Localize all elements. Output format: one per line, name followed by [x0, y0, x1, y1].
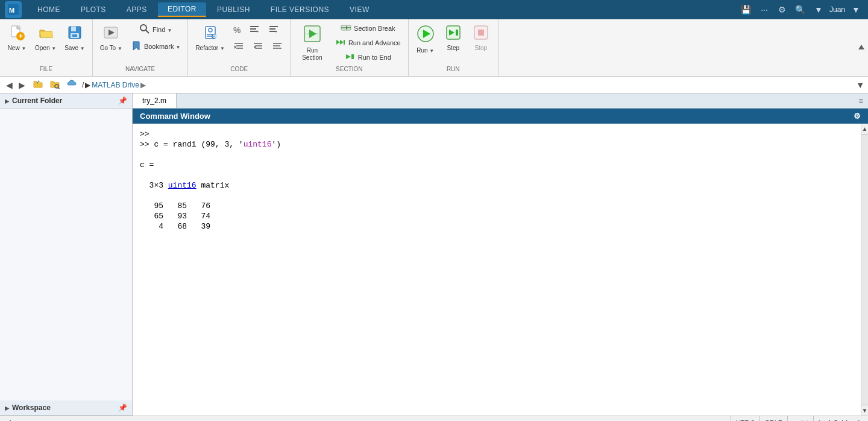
tab-file-versions[interactable]: FILE VERSIONS: [261, 3, 339, 16]
sidebar: ▶ Current Folder 📌 ▶ Workspace 📌: [0, 93, 133, 416]
file-group-label: FILE: [4, 66, 89, 74]
open-label: Open ▼: [35, 45, 56, 52]
workspace-pin[interactable]: 📌: [118, 404, 127, 412]
tab-view[interactable]: VIEW: [340, 3, 379, 16]
run-end-button[interactable]: Run to End: [332, 51, 404, 65]
code-op1-icon: +: [249, 24, 260, 36]
command-window-body[interactable]: >> >> c = randi (99, 3, 'uint16') c =: [133, 124, 861, 416]
section-break-label: Section Break: [354, 25, 395, 33]
svg-marker-15: [133, 42, 139, 50]
cmd-string-uint16: uint16: [244, 140, 272, 149]
current-folder-pin[interactable]: 📌: [118, 97, 127, 105]
cmd-matrix-desc: 3×3 uint16 matrix: [140, 181, 854, 190]
save-button[interactable]: Save ▼: [61, 22, 89, 54]
run-advance-icon: [335, 38, 346, 48]
command-window-header: Command Window ⚙: [133, 109, 868, 124]
run-advance-button[interactable]: Run and Advance: [332, 36, 404, 50]
svg-rect-8: [71, 27, 76, 31]
search-icon-btn[interactable]: 🔍: [793, 2, 808, 17]
settings-icon-btn[interactable]: ⚙: [775, 2, 790, 17]
section-break-button[interactable]: Section Break: [332, 22, 404, 36]
run-advance-label: Run and Advance: [348, 39, 401, 47]
section-col: Section Break Run and Advance: [332, 22, 404, 65]
find-button[interactable]: Find ▼: [127, 22, 184, 38]
cmd-uint16-link[interactable]: uint16: [168, 181, 197, 190]
user-name[interactable]: Juan: [829, 5, 845, 14]
stop-button[interactable]: Stop: [468, 22, 494, 54]
sidebar-section-current-folder[interactable]: ▶ Current Folder 📌: [0, 93, 132, 109]
run-button[interactable]: Run ▼: [412, 22, 439, 57]
command-window-settings[interactable]: ⚙: [854, 112, 861, 121]
scroll-down-button[interactable]: ▼: [860, 405, 868, 416]
svg-text:+: +: [256, 29, 259, 34]
code-outdent-button[interactable]: [249, 39, 267, 55]
open-button[interactable]: Open ▼: [31, 22, 60, 54]
dropdown-icon-btn[interactable]: ▼: [811, 2, 826, 17]
step-label: Step: [447, 45, 459, 52]
cmd-c-equals: c =: [140, 160, 154, 169]
cmd-line-prompt: >>: [140, 130, 854, 139]
goto-label: Go To ▼: [100, 45, 122, 52]
main-area: ▶ Current Folder 📌 ▶ Workspace 📌 try_2.m…: [0, 93, 868, 416]
status-bar: ◀ UTF-8 CRLF script Ln 1 Col 1 ▶: [0, 416, 868, 421]
path-separator-arrow: ▶: [85, 81, 90, 89]
tab-editor[interactable]: EDITOR: [158, 2, 206, 17]
step-icon: [445, 24, 462, 43]
back-button[interactable]: ◀: [4, 79, 15, 91]
tab-try2[interactable]: try_2.m: [133, 93, 177, 108]
code-op2-button[interactable]: -: [265, 22, 283, 38]
current-folder-arrow: ▶: [5, 98, 10, 104]
sidebar-section-workspace[interactable]: ▶ Workspace 📌: [0, 400, 132, 416]
format-icon: [272, 40, 283, 53]
tab-apps[interactable]: APPS: [117, 3, 157, 16]
cmd-matrix-row-3: 4 68 39: [140, 222, 854, 231]
forward-button[interactable]: ▶: [16, 79, 28, 91]
goto-button[interactable]: Go To ▼: [96, 22, 126, 54]
section-group-label: SECTION: [294, 66, 404, 74]
code-op1-button[interactable]: +: [245, 22, 263, 38]
cmd-matrix-type: matrix: [197, 181, 230, 190]
code-format-button[interactable]: [268, 39, 286, 55]
ribbon-collapse[interactable]: [855, 19, 868, 76]
tab-actions-sort[interactable]: ≡: [858, 97, 863, 106]
stop-label: Stop: [474, 45, 487, 52]
scroll-track[interactable]: [861, 134, 868, 405]
folder-browse-button[interactable]: [47, 78, 63, 92]
svg-text:⚙: ⚙: [212, 34, 216, 39]
save-icon-btn[interactable]: 💾: [739, 2, 753, 17]
bookmark-button[interactable]: Bookmark ▼: [127, 39, 184, 55]
cmd-matrix-size: 3×3: [140, 181, 168, 190]
percent-button[interactable]: %: [230, 22, 244, 38]
path-matlab-drive[interactable]: MATLAB Drive: [92, 81, 139, 89]
indent-icon: [233, 40, 244, 53]
cmd-row3: 4 68 39: [140, 222, 210, 231]
new-button[interactable]: + New ▼: [4, 22, 30, 54]
refactor-button[interactable]: ⚙ Refactor ▼: [192, 22, 228, 54]
status-scroll-right[interactable]: ▶: [858, 419, 863, 421]
svg-line-14: [146, 30, 149, 33]
tab-plots[interactable]: PLOTS: [71, 3, 116, 16]
svg-marker-47: [336, 40, 340, 45]
status-left-scroll[interactable]: ◀: [5, 418, 11, 421]
refactor-icon: ⚙: [202, 24, 219, 43]
tab-publish[interactable]: PUBLISH: [207, 3, 260, 16]
top-navigation: M HOME PLOTS APPS EDITOR PUBLISH FILE VE…: [0, 0, 868, 19]
svg-point-13: [140, 25, 146, 31]
address-bar: ◀ ▶ / ▶ MATLAB Drive ▶ ▼: [0, 77, 868, 93]
run-end-label: Run to End: [358, 54, 391, 62]
scroll-up-button[interactable]: ▲: [860, 124, 868, 134]
address-expand-button[interactable]: ▼: [856, 80, 864, 90]
navigate-col: Find ▼ Bookmark ▼: [127, 22, 184, 55]
tab-home[interactable]: HOME: [28, 3, 70, 16]
folder-up-button[interactable]: [30, 78, 46, 92]
code-indent-button[interactable]: [230, 39, 248, 55]
folder-cloud-button[interactable]: [64, 78, 80, 92]
svg-rect-57: [456, 30, 458, 36]
step-button[interactable]: Step: [440, 22, 467, 54]
svg-rect-26: [269, 26, 278, 27]
open-icon: [37, 24, 54, 43]
user-dropdown-icon[interactable]: ▼: [849, 2, 863, 17]
cmd-prompt-1: >>: [140, 130, 149, 139]
run-section-button[interactable]: RunSection: [294, 22, 330, 64]
more-icon-btn[interactable]: ···: [757, 2, 772, 17]
